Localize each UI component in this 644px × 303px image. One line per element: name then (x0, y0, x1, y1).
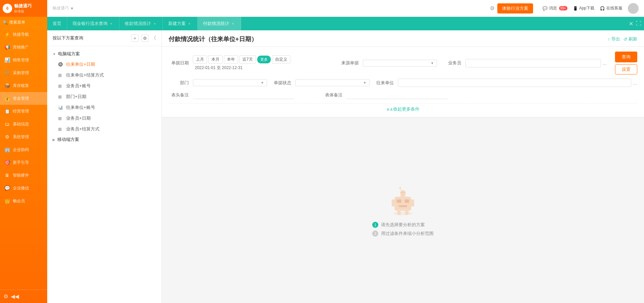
refresh-btn[interactable]: ↺ 刷新 (623, 36, 637, 42)
finance-icon: 💰 (4, 95, 10, 101)
date-last-month-btn[interactable]: 上月 (193, 55, 207, 64)
export-label: 导出 (611, 36, 620, 42)
header-note-input[interactable] (193, 91, 294, 99)
collapse-more-btn[interactable]: ∧∧ 收起更多条件 (169, 103, 637, 112)
tab-receipt[interactable]: 收款情况统计 × (119, 17, 163, 30)
desktop-group-label: 电脑端方案 (58, 51, 80, 57)
filter-row-2: 部门 ▼ 单据状态 ▼ 往来单位 … (169, 79, 637, 87)
sidebar-item-vip[interactable]: 👑 畅会员 (0, 194, 47, 207)
tab-payment[interactable]: 付款情况统计 × (198, 17, 241, 30)
nav-label: 畅会员 (13, 198, 25, 204)
scheme-item-unit-settle[interactable]: ▦ 往来单位+结算方式 (47, 70, 162, 81)
source-label: 来源单据 (339, 60, 359, 66)
scheme-item-dept-date[interactable]: ▦ 部门+日期 (47, 91, 162, 102)
scheme-item-label: 往来单位+账号 (66, 104, 95, 111)
demo-button[interactable]: 体验行业方案 (497, 3, 533, 13)
unit-input[interactable] (398, 79, 631, 87)
status-select[interactable]: ▼ (295, 79, 370, 86)
date-shortcuts: 上月 本月 本年 近7天 更多 自定义 2022-01-01 至 2022-12… (193, 55, 334, 71)
date-more-btn[interactable]: 更多 (257, 56, 271, 63)
date-custom-btn[interactable]: 自定义 (272, 55, 290, 64)
mobile-group-header[interactable]: ▶ 移动端方案 (47, 134, 162, 145)
collapse-panel-btn[interactable]: 《 (151, 35, 156, 41)
source-select[interactable]: ▼ (363, 60, 437, 67)
date-this-year-btn[interactable]: 本年 (224, 55, 238, 64)
scheme-icon: ▦ (58, 84, 63, 88)
gear-icon[interactable]: ⚙ (490, 5, 495, 11)
unit-label: 往来单位 (374, 80, 394, 86)
sidebar-search[interactable]: 🔍 搜索菜单 (0, 17, 47, 28)
message-action[interactable]: 💬 消息 99+ (543, 5, 567, 11)
search-label: 搜索菜单 (9, 20, 25, 25)
app-logo: 6 (3, 4, 12, 13)
nav-label: 营销推广 (13, 44, 29, 50)
scheme-item-unit-account[interactable]: 📊 往来单位+账号 (47, 102, 162, 113)
body-note-input[interactable] (347, 91, 448, 99)
unit-dots-btn[interactable]: … (633, 80, 637, 86)
sidebar-item-sales[interactable]: 📊 销售管理 (0, 54, 47, 66)
tab-maximize-btn[interactable]: ⛶ (636, 21, 641, 27)
settings-scheme-btn[interactable]: ⚙ (141, 34, 149, 42)
date-last-7-btn[interactable]: 近7天 (239, 55, 256, 64)
scheme-icon: ▦ (58, 73, 63, 78)
tab-home[interactable]: 首页 (47, 17, 67, 30)
staff-label: 业务员 (441, 60, 461, 66)
filter-row-3: 表头备注 表体备注 (169, 91, 637, 99)
svg-line-13 (400, 188, 402, 190)
scheme-list: ▼ 电脑端方案 🔘 往来单位+日期 ▦ 往来单位+结算方式 ▦ 业务员+账号 (47, 46, 162, 303)
group-collapse-icon: ▼ (53, 52, 56, 56)
sidebar-item-guide[interactable]: 🎯 新手引导 (0, 156, 47, 169)
date-this-month-btn[interactable]: 本月 (208, 55, 223, 64)
tab-close-payment[interactable]: × (231, 21, 235, 26)
add-scheme-btn[interactable]: + (131, 34, 139, 42)
tab-close-bank[interactable]: × (109, 21, 114, 26)
tab-close-receipt[interactable]: × (152, 21, 157, 26)
desktop-group-header[interactable]: ▼ 电脑端方案 (47, 49, 162, 59)
scheme-item-staff-settle[interactable]: ▦ 业务员+结算方式 (47, 124, 162, 134)
tab-new[interactable]: 新建方案 × (163, 17, 198, 30)
filter-actions: 查询 设置 (615, 52, 637, 74)
tab-label: 现金银行流水查询 (72, 21, 108, 27)
sidebar-item-base[interactable]: 🗂 基础信息 (0, 118, 47, 130)
scheme-item-staff-date[interactable]: ▦ 业务员+日期 (47, 113, 162, 124)
tab-close-new[interactable]: × (187, 21, 192, 26)
app-name: 畅捷通巧 (14, 3, 32, 9)
sidebar-item-operation[interactable]: 📋 经营管理 (0, 105, 47, 118)
staff-dots-btn[interactable]: … (602, 60, 607, 66)
sidebar-item-finance[interactable]: 💰 资金管理 (0, 92, 47, 105)
search-icon: 🔍 (3, 20, 8, 25)
user-avatar[interactable] (628, 3, 639, 14)
sidebar-item-quick[interactable]: ⚡ 快捷导航 (0, 28, 47, 41)
sidebar-item-wechat[interactable]: 💬 企业微信 (0, 182, 47, 194)
tab-bank[interactable]: 现金银行流水查询 × (67, 17, 119, 30)
sidebar-item-marketing[interactable]: 📢 营销推广 (0, 41, 47, 54)
staff-input[interactable] (465, 59, 601, 67)
scheme-item-staff-account[interactable]: ▦ 业务员+账号 (47, 81, 162, 91)
app-download-action[interactable]: 📱 App下载 (573, 5, 594, 11)
sidebar-item-purchase[interactable]: 🛒 采购管理 (0, 66, 47, 79)
empty-tip-2: 2 用过滤条件来缩小分析范围 (372, 231, 434, 237)
dropdown-icon[interactable]: ▼ (70, 6, 74, 10)
collapse-icon: ∧∧ (386, 107, 393, 112)
scheme-item-unit-date[interactable]: 🔘 往来单位+日期 (47, 59, 162, 70)
filter-row-1: 单据日期 上月 本月 本年 近7天 更多 自定义 2022-01-01 至 20… (169, 52, 637, 74)
sidebar-item-system[interactable]: ⚙ 系统管理 (0, 130, 47, 143)
nav-label: 销售管理 (13, 57, 29, 63)
query-button[interactable]: 查询 (615, 52, 637, 62)
online-service-action[interactable]: 🎧 在线客服 (600, 5, 622, 11)
sidebar-item-inventory[interactable]: 📦 库存核算 (0, 79, 47, 92)
empty-tips: 1 请先选择要分析的方案 2 用过滤条件来缩小分析范围 (372, 222, 434, 237)
collapse-sidebar-btn[interactable]: ◀◀ (11, 293, 19, 300)
page-header: 付款情况统计（往来单位+日期） ↑ 导出 ↺ 刷新 (162, 30, 644, 47)
export-btn[interactable]: ↑ 导出 (608, 36, 620, 42)
settings-footer-btn[interactable]: ⚙ (3, 293, 8, 300)
tab-close-all-btn[interactable]: ✕ (629, 21, 633, 27)
tab-controls: ✕ ⛶ (626, 17, 644, 30)
status-label: 单据状态 (271, 80, 291, 86)
refresh-label: 刷新 (628, 36, 637, 42)
sidebar-item-hardware[interactable]: 🖥 智能硬件 (0, 169, 47, 182)
sidebar-item-enterprise[interactable]: 🏢 企业协同 (0, 143, 47, 156)
nav-label: 企业微信 (13, 185, 29, 191)
dept-select[interactable]: ▼ (193, 79, 267, 86)
settings-button[interactable]: 设置 (615, 64, 637, 74)
